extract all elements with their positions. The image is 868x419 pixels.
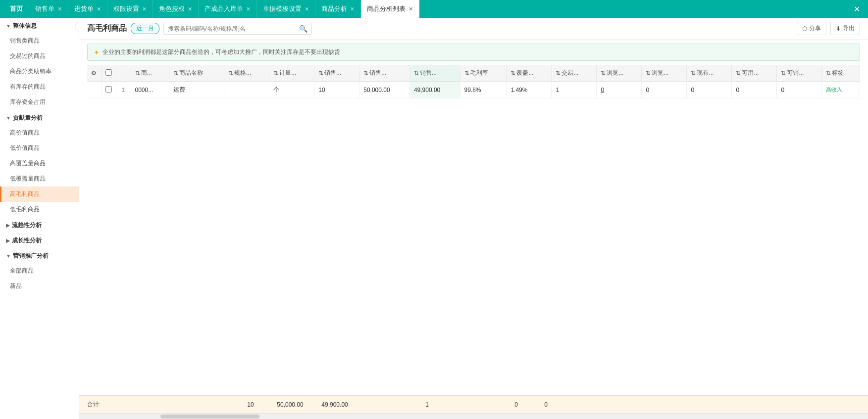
page-title: 高毛利商品 xyxy=(87,23,127,34)
nav-tab-role[interactable]: 角色授权 ✕ xyxy=(153,0,199,18)
sidebar-item-all-goods[interactable]: 全部商品 xyxy=(0,263,79,279)
th-settings[interactable]: ⚙ xyxy=(87,65,101,82)
horizontal-scrollbar[interactable] xyxy=(79,413,868,419)
nav-tab-sales[interactable]: 销售单 ✕ xyxy=(29,0,68,18)
close-product-in-tab[interactable]: ✕ xyxy=(246,6,251,12)
th-spec[interactable]: ⇅规格... xyxy=(224,65,269,82)
cell-browse1[interactable]: 0 xyxy=(597,82,642,98)
sidebar-item-high-margin[interactable]: 高毛利商品 xyxy=(0,186,79,202)
sidebar-item-low-value[interactable]: 低价值商品 xyxy=(0,140,79,156)
sidebar-item-low-margin[interactable]: 低毛利商品 xyxy=(0,202,79,217)
close-analysis-list-tab[interactable]: ✕ xyxy=(408,6,413,12)
th-trade[interactable]: ⇅交易... xyxy=(552,65,597,82)
cell-unit: 个 xyxy=(269,82,314,98)
sidebar-item-high-coverage[interactable]: 高覆盖量商品 xyxy=(0,156,79,171)
footer-trade: 1 xyxy=(421,401,451,408)
sidebar-item-low-coverage[interactable]: 低覆盖量商品 xyxy=(0,171,79,186)
cell-rownum: 1 xyxy=(116,82,131,98)
sidebar-group-growth[interactable]: ▶ 成长性分析 xyxy=(0,233,79,248)
cell-spec xyxy=(224,82,269,98)
th-sales-qty[interactable]: ⇅销售... xyxy=(314,65,359,82)
arrow-icon-2: ▼ xyxy=(6,115,11,121)
th-unit[interactable]: ⇅计量... xyxy=(269,65,314,82)
close-role-tab[interactable]: ✕ xyxy=(188,6,192,12)
info-icon: ✦ xyxy=(94,48,100,56)
nav-tab-purchase[interactable]: 进货单 ✕ xyxy=(68,0,107,18)
table-wrapper: ⚙ ⇅商... ⇅商品名称 ⇅规格... ⇅计量... xyxy=(87,65,860,395)
sidebar: 《 ▼ 整体信息 销售类商品 交易过的商品 商品分类助销率 有库存的商品 库存资… xyxy=(0,18,79,419)
arrow-icon: ▼ xyxy=(6,23,11,29)
footer-sales-qty: 10 xyxy=(243,401,273,408)
footer-stock-cur: 0 xyxy=(511,401,540,408)
row-checkbox[interactable] xyxy=(105,86,112,93)
cell-checkbox[interactable] xyxy=(101,82,116,98)
browse1-link[interactable]: 0 xyxy=(601,87,604,93)
scrollbar-thumb[interactable] xyxy=(160,415,259,419)
nav-tab-analysis[interactable]: 商品分析 ✕ xyxy=(315,0,361,18)
footer-total: 合计: 10 50,000.00 49,900.00 1 0 0 xyxy=(79,395,868,413)
footer-sales-cost: 49,900.00 xyxy=(317,401,362,408)
cell-settings xyxy=(87,82,101,98)
th-gross-rate[interactable]: ⇅毛利率 xyxy=(460,65,507,82)
export-button[interactable]: ⬇ 导出 xyxy=(830,22,860,35)
sidebar-item-stocked-goods[interactable]: 有库存的商品 xyxy=(0,79,79,94)
close-permission-tab[interactable]: ✕ xyxy=(142,6,147,12)
nav-tab-template[interactable]: 单据模板设置 ✕ xyxy=(257,0,315,18)
tag-label: 高收入 xyxy=(826,87,842,93)
select-all-checkbox[interactable] xyxy=(105,69,112,76)
nav-tab-product-in[interactable]: 产成品入库单 ✕ xyxy=(199,0,257,18)
footer-spacer-2 xyxy=(362,401,421,408)
search-icon[interactable]: 🔍 xyxy=(299,25,307,33)
close-purchase-tab[interactable]: ✕ xyxy=(97,6,101,12)
nav-tab-analysis-list[interactable]: 商品分析列表 ✕ xyxy=(361,0,419,18)
filter-recent-month-button[interactable]: 近一月 xyxy=(131,23,159,34)
search-box: 🔍 xyxy=(163,23,312,35)
goods-table: ⚙ ⇅商... ⇅商品名称 ⇅规格... ⇅计量... xyxy=(87,65,860,98)
th-sales-amt[interactable]: ⇅销售... xyxy=(359,65,410,82)
sidebar-item-sales-goods[interactable]: 销售类商品 xyxy=(0,33,79,48)
footer-browse2 xyxy=(481,401,511,408)
cell-gross-rate: 99.8% xyxy=(460,82,507,98)
th-cover-rate[interactable]: ⇅覆盖... xyxy=(507,65,552,82)
arrow-icon-4: ▶ xyxy=(6,238,10,243)
content-area: 高毛利商品 近一月 🔍 ⬡ 分享 ⬇ 导出 ✦ 企业的主要的利润都是这部分商品创… xyxy=(79,18,868,419)
th-code[interactable]: ⇅商... xyxy=(131,65,169,82)
th-browse1[interactable]: ⇅浏览... xyxy=(597,65,642,82)
close-template-tab[interactable]: ✕ xyxy=(305,6,309,12)
share-icon: ⬡ xyxy=(802,25,807,32)
window-close-button[interactable]: ✕ xyxy=(850,4,864,14)
cell-cover-rate: 1.49% xyxy=(507,82,552,98)
sidebar-group-contribution[interactable]: ▼ 贡献量分析 xyxy=(0,110,79,125)
share-button[interactable]: ⬡ 分享 xyxy=(797,22,826,35)
th-browse2[interactable]: ⇅浏览... xyxy=(642,65,687,82)
top-nav: 首页 销售单 ✕ 进货单 ✕ 权限设置 ✕ 角色授权 ✕ 产成品入库单 ✕ 单据… xyxy=(0,0,868,18)
sidebar-item-traded-goods[interactable]: 交易过的商品 xyxy=(0,48,79,64)
info-banner: ✦ 企业的主要的利润都是这部分商品创造的，可考虑加大推广，同时关注库存是不要出现… xyxy=(87,44,860,61)
cell-sales-cost: 49,900.00 xyxy=(409,82,460,98)
th-sales-cost[interactable]: ⇅销售... xyxy=(409,65,460,82)
cell-browse2: 0 xyxy=(642,82,687,98)
nav-tab-home[interactable]: 首页 xyxy=(4,0,29,18)
close-sales-tab[interactable]: ✕ xyxy=(57,6,62,12)
cell-stock-sell: 0 xyxy=(777,82,822,98)
cell-sales-amt: 50,000.00 xyxy=(359,82,410,98)
sidebar-item-stock-fund[interactable]: 库存资金占用 xyxy=(0,94,79,110)
th-name[interactable]: ⇅商品名称 xyxy=(169,65,224,82)
sidebar-group-trend[interactable]: ▶ 流趋性分析 xyxy=(0,217,79,233)
search-input[interactable] xyxy=(168,25,299,32)
close-analysis-tab[interactable]: ✕ xyxy=(350,6,355,12)
th-tag[interactable]: ⇅标签 xyxy=(822,65,860,82)
cell-name[interactable]: 运费 xyxy=(169,82,224,98)
nav-tab-permission[interactable]: 权限设置 ✕ xyxy=(107,0,153,18)
sidebar-item-new-goods[interactable]: 新品 xyxy=(0,279,79,294)
th-stock-avail[interactable]: ⇅可用... xyxy=(732,65,777,82)
sidebar-group-overall[interactable]: ▼ 整体信息 xyxy=(0,18,79,33)
sidebar-item-category-rate[interactable]: 商品分类助销率 xyxy=(0,64,79,79)
content-header: 高毛利商品 近一月 🔍 ⬡ 分享 ⬇ 导出 xyxy=(79,18,868,40)
th-stock-sell[interactable]: ⇅可销... xyxy=(777,65,822,82)
sidebar-group-marketing[interactable]: ▼ 营销推广分析 xyxy=(0,248,79,263)
th-stock-cur[interactable]: ⇅现有... xyxy=(687,65,732,82)
sidebar-item-high-value[interactable]: 高价值商品 xyxy=(0,125,79,140)
cell-tag: 高收入 xyxy=(822,82,860,98)
th-checkbox[interactable] xyxy=(101,65,116,82)
